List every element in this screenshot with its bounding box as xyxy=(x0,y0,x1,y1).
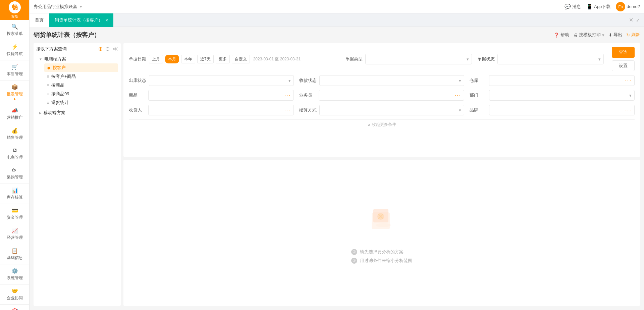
tree-item-by-customer[interactable]: ● 按客户 xyxy=(44,63,118,72)
sidebar-item-wholesale[interactable]: 📦 批发管理 ▲ xyxy=(0,81,29,104)
brand-input[interactable]: ··· xyxy=(489,105,635,115)
tree-item-label: 按客户 xyxy=(53,65,66,71)
app-download-label: App下载 xyxy=(594,4,610,10)
main-area: 办公用品行业模拟账套 ▾ 💬 消息 📱 App下载 Ea demo2 首页 销货… xyxy=(30,0,644,310)
filter-field-warehouse: 仓库 ··· xyxy=(470,75,635,86)
sidebar-item-marketing[interactable]: 📣 营销推广 xyxy=(0,104,29,124)
sidebar-item-newbie[interactable]: 🎯 新手引导 xyxy=(0,305,29,310)
sidebar-menu: 🔍 搜索菜单 ⚡ 快捷导航 🛒 零售管理 📦 批发管理 ▲ 📣 营销推广 💰 销… xyxy=(0,20,29,310)
order-type-chevron-icon: ▾ xyxy=(467,57,469,62)
tree-desktop-section: ▼ 电脑端方案 ● 按客户 ≡ 按客户+商品 ≡ xyxy=(36,55,118,107)
messages-label: 消息 xyxy=(572,4,581,10)
settlement-input[interactable]: ▾ xyxy=(319,105,464,115)
sidebar-item-inventory[interactable]: 📊 库存核算 xyxy=(0,184,29,204)
page-actions: ❓ 帮助 🖨 按模板打印 ▾ ⬇ 导出 ↻ 刷新 xyxy=(554,32,640,38)
filter-field-goods: 商品 ··· xyxy=(129,90,294,101)
tree-item-by-customer-goods[interactable]: ≡ 按客户+商品 xyxy=(44,72,118,81)
sidebar-item-operations[interactable]: 📈 经营管理 xyxy=(0,224,29,244)
date-btn-7days[interactable]: 近7天 xyxy=(197,55,214,63)
export-btn[interactable]: ⬇ 导出 xyxy=(608,32,622,38)
tab-close-icon[interactable]: × xyxy=(105,17,108,23)
sidebar-item-retail[interactable]: 🛒 零售管理 xyxy=(0,60,29,81)
order-type-label: 单据类型 xyxy=(345,56,363,62)
settings-icon[interactable]: ⊙ xyxy=(105,46,110,52)
payment-status-chevron-icon: ▾ xyxy=(459,78,461,83)
sidebar-item-ecommerce[interactable]: 🖥 电商管理 xyxy=(0,144,29,164)
tree-desktop-parent[interactable]: ▼ 电脑端方案 xyxy=(36,55,118,63)
refresh-btn[interactable]: ↻ 刷新 xyxy=(626,32,640,38)
collapse-sidebar-icon[interactable]: ≪ xyxy=(112,46,118,52)
filter-field-order-type: 单据类型 ▾ xyxy=(345,54,472,64)
inventory-icon: 📊 xyxy=(11,187,18,194)
collapse-bar[interactable]: ∧ 收起更多条件 xyxy=(129,119,635,130)
list-icon-2: ≡ xyxy=(47,83,49,88)
sidebar-item-sales[interactable]: 💰 销售管理 xyxy=(0,124,29,144)
filter-container: 按以下方案查询 ⊕ ⊙ ≪ ▼ 电脑端方案 ● 按客 xyxy=(34,43,640,306)
tree-item-label: 按商品 xyxy=(51,82,64,88)
operations-icon: 📈 xyxy=(11,227,18,234)
sidebar-item-search-menu[interactable]: 🔍 搜索菜单 xyxy=(0,20,29,40)
tree-item-by-goods[interactable]: ≡ 按商品 xyxy=(44,81,118,90)
purchase-icon: 🛍 xyxy=(12,167,17,173)
tip-num-2: ② xyxy=(351,258,357,264)
dropdown-chevron-icon[interactable]: ▾ xyxy=(80,4,82,9)
tree-item-by-goods-99[interactable]: ≡ 按商品99 xyxy=(44,90,118,98)
filter-field-settlement: 结算方式 ▾ xyxy=(299,105,464,115)
filter-sidebar-icons: ⊕ ⊙ ≪ xyxy=(98,46,118,52)
page-title: 销货单统计表（按客户） xyxy=(34,31,100,39)
system-icon: ⚙️ xyxy=(11,268,18,274)
user-profile[interactable]: Ea demo2 xyxy=(616,2,640,11)
print-btn[interactable]: 🖨 按模板打印 ▾ xyxy=(573,32,604,38)
sidebar-item-basic[interactable]: 📋 基础信息 xyxy=(0,244,29,264)
date-btn-last-month[interactable]: 上月 xyxy=(149,55,163,63)
help-icon: ❓ xyxy=(554,33,559,38)
add-scheme-icon[interactable]: ⊕ xyxy=(98,46,103,52)
setting-btn[interactable]: 设置 xyxy=(612,60,635,71)
filter-field-date: 单据日期 上月 本月 本年 近7天 更多 自定义 2023-03-01 至 20… xyxy=(129,55,340,63)
date-btn-this-month[interactable]: 本月 xyxy=(165,55,179,63)
dept-input[interactable]: ▾ xyxy=(489,90,635,101)
outbound-input[interactable]: ▾ xyxy=(149,75,294,86)
retail-icon: 🛒 xyxy=(11,64,18,70)
tree-mobile-parent[interactable]: ▶ 移动端方案 xyxy=(36,108,118,117)
settlement-chevron-icon: ▾ xyxy=(459,108,461,113)
empty-tips: ① 请先选择要分析的方案 ② 用过滤条件来缩小分析范围 xyxy=(351,249,412,264)
app-logo: 畅 标版 xyxy=(0,0,30,20)
sidebar-item-label: 基础信息 xyxy=(7,255,23,261)
date-btn-more[interactable]: 更多 xyxy=(216,55,230,63)
salesperson-input[interactable]: ··· xyxy=(319,90,464,101)
tab-active[interactable]: 销货单统计表（按客户） × xyxy=(49,13,113,27)
date-btn-this-year[interactable]: 本年 xyxy=(181,55,195,63)
query-btn[interactable]: 查询 xyxy=(612,47,635,58)
tab-home[interactable]: 首页 xyxy=(30,13,49,27)
tab-home-label: 首页 xyxy=(35,17,44,23)
download-icon: 📱 xyxy=(586,4,593,10)
sidebar-item-enterprise[interactable]: 🤝 企业协同 xyxy=(0,285,29,305)
messages-btn[interactable]: 💬 消息 xyxy=(565,4,581,10)
window-maximize-icon[interactable]: ⤢ xyxy=(636,17,640,23)
window-close-icon[interactable]: ✕ xyxy=(629,17,633,23)
sidebar-item-finance[interactable]: 💳 资金管理 xyxy=(0,204,29,224)
help-btn[interactable]: ❓ 帮助 xyxy=(554,32,569,38)
warehouse-input[interactable]: ··· xyxy=(489,75,635,86)
app-download-btn[interactable]: 📱 App下载 xyxy=(586,4,610,10)
content-area: 销货单统计表（按客户） ❓ 帮助 🖨 按模板打印 ▾ ⬇ 导出 ↻ 刷新 xyxy=(30,27,644,310)
order-status-input[interactable]: ▾ xyxy=(497,54,604,64)
order-type-input[interactable]: ▾ xyxy=(365,54,472,64)
receiver-input[interactable]: ··· xyxy=(148,105,294,115)
tree-item-return-stats[interactable]: ≡ 退货统计 xyxy=(44,98,118,107)
payment-status-input[interactable]: ▾ xyxy=(319,75,464,86)
goods-input[interactable]: ··· xyxy=(148,90,294,101)
tree-mobile-arrow-icon: ▶ xyxy=(39,111,42,115)
sidebar-item-system[interactable]: ⚙️ 系统管理 xyxy=(0,264,29,285)
outbound-chevron-icon: ▾ xyxy=(288,78,291,83)
sidebar-item-label: 采购管理 xyxy=(7,174,23,180)
header-left: 办公用品行业模拟账套 ▾ xyxy=(34,4,82,10)
sidebar-item-purchase[interactable]: 🛍 采购管理 xyxy=(0,164,29,184)
date-btn-custom[interactable]: 自定义 xyxy=(232,55,250,63)
sidebar-item-quick-nav[interactable]: ⚡ 快捷导航 xyxy=(0,40,29,60)
tab-bar: 首页 销货单统计表（按客户） × ✕ ⤢ xyxy=(30,13,644,27)
filter-main: 单据日期 上月 本月 本年 近7天 更多 自定义 2023-03-01 至 20… xyxy=(123,43,640,157)
tree-item-label: 退货统计 xyxy=(51,100,69,106)
sidebar-item-label: 营销推广 xyxy=(7,115,23,120)
